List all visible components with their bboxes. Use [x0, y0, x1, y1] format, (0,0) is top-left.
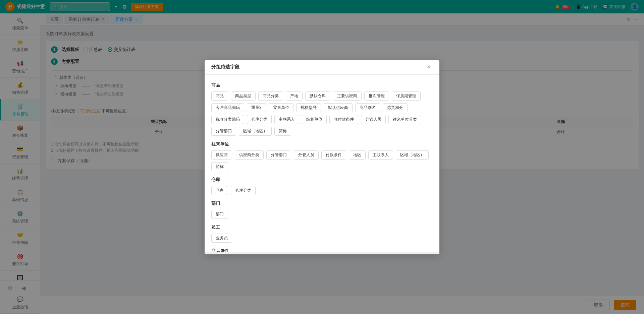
field-tag-产地[interactable]: 产地 [286, 91, 303, 101]
field-tag-主要供应商[interactable]: 主要供应商 [333, 91, 362, 101]
modal-overlay: 分组待选字段 × 商品商品商品类型商品分类产地默认仓库主要供应商批次管理保质期管… [0, 0, 644, 314]
section-title-员工: 员工 [211, 224, 437, 230]
field-tag-税收分类编码[interactable]: 税收分类编码 [211, 115, 244, 124]
field-tag-批次管理[interactable]: 批次管理 [364, 91, 389, 101]
field-tag-保质期管理[interactable]: 保质期管理 [392, 91, 421, 101]
field-tag-默认仓库[interactable]: 默认仓库 [305, 91, 330, 101]
field-tag-付款条件[interactable]: 付款条件 [321, 150, 346, 160]
field-tag-分管人员[interactable]: 分管人员 [361, 115, 386, 124]
field-tag-仓库[interactable]: 仓库 [211, 186, 228, 195]
section-title-部门: 部门 [211, 200, 437, 206]
field-tags-员工: 业务员 [211, 234, 437, 243]
modal: 分组待选字段 × 商品商品商品类型商品分类产地默认仓库主要供应商批次管理保质期管… [205, 60, 439, 254]
section-title-往来单位: 往来单位 [211, 141, 437, 147]
field-tag-业务员[interactable]: 业务员 [211, 234, 232, 243]
field-tag-默认供应商[interactable]: 默认供应商 [324, 103, 353, 112]
field-tag-重量3[interactable]: 重量3 [247, 103, 266, 112]
modal-scrollbar-area [205, 252, 439, 254]
field-tag-部门[interactable]: 部门 [211, 210, 228, 219]
field-tag-收付款条件[interactable]: 收付款条件 [329, 115, 358, 124]
section-title-商品属性: 商品属性 [211, 248, 437, 252]
field-tag-仓库分类[interactable]: 仓库分类 [247, 115, 272, 124]
field-tag-商品类型[interactable]: 商品类型 [231, 91, 256, 101]
field-tag-仓库分类[interactable]: 仓库分类 [231, 186, 256, 195]
field-tag-商品[interactable]: 商品 [211, 91, 228, 101]
field-tag-供应商分类[interactable]: 供应商分类 [235, 150, 264, 160]
field-tag-供应商[interactable]: 供应商 [211, 150, 232, 160]
field-tag-商品分类[interactable]: 商品分类 [258, 91, 283, 101]
field-tag-分管人员[interactable]: 分管人员 [294, 150, 319, 160]
field-tags-往来单位: 供应商供应商分类分管部门分管人员付款条件地区主联系人区域（地区）简称 [211, 150, 437, 171]
modal-body: 商品商品商品类型商品分类产地默认仓库主要供应商批次管理保质期管理客户商品编码重量… [205, 75, 439, 252]
field-tag-主联系人[interactable]: 主联系人 [368, 150, 393, 160]
field-tags-仓库: 仓库仓库分类 [211, 186, 437, 195]
field-tag-炼货积分[interactable]: 炼货积分 [383, 103, 408, 112]
modal-close-btn[interactable]: × [425, 63, 433, 71]
field-tags-商品: 商品商品类型商品分类产地默认仓库主要供应商批次管理保质期管理客户商品编码重量3零… [211, 91, 437, 136]
modal-header: 分组待选字段 × [205, 60, 439, 75]
field-tag-简称[interactable]: 简称 [211, 162, 228, 171]
section-title-商品: 商品 [211, 82, 437, 88]
field-tag-分管部门[interactable]: 分管部门 [266, 150, 291, 160]
field-tags-部门: 部门 [211, 210, 437, 219]
section-title-仓库: 仓库 [211, 177, 437, 183]
field-tag-客户商品编码[interactable]: 客户商品编码 [211, 103, 244, 112]
field-tag-区域（地区）[interactable]: 区域（地区） [239, 127, 272, 136]
field-tag-结算单位[interactable]: 结算单位 [302, 115, 327, 124]
modal-title: 分组待选字段 [211, 64, 239, 70]
field-tag-商品别名[interactable]: 商品别名 [355, 103, 380, 112]
field-tag-区域（地区）[interactable]: 区域（地区） [396, 150, 429, 160]
field-tag-往来单位分类[interactable]: 往来单位分类 [388, 115, 421, 124]
field-tag-分管部门[interactable]: 分管部门 [211, 127, 236, 136]
field-tag-规格型号[interactable]: 规格型号 [296, 103, 321, 112]
field-tag-零售单位[interactable]: 零售单位 [269, 103, 293, 112]
field-tag-简称[interactable]: 简称 [274, 127, 291, 136]
field-tag-地区[interactable]: 地区 [349, 150, 366, 160]
field-tag-主联系人[interactable]: 主联系人 [274, 115, 299, 124]
